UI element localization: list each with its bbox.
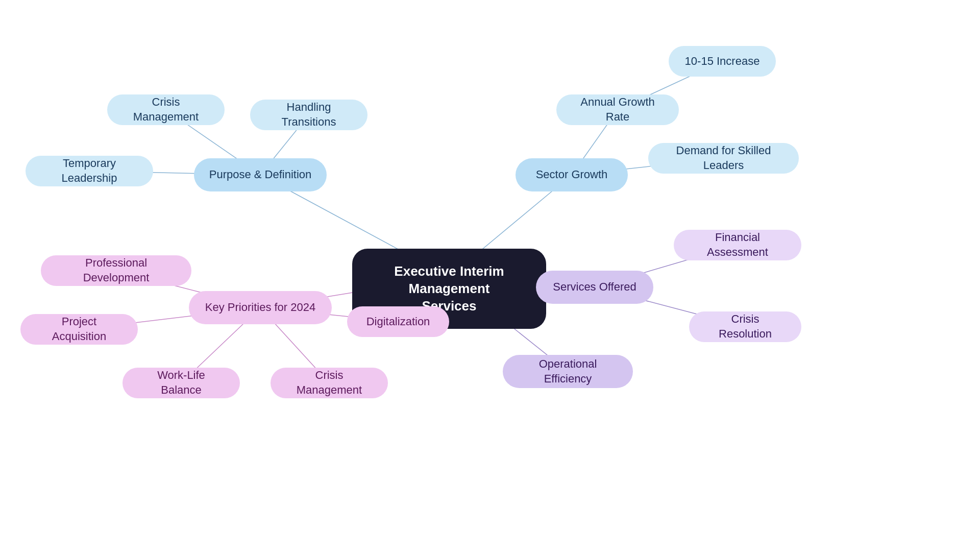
ten-fifteen-increase-label: 10-15 Increase — [685, 54, 760, 69]
crisis-resolution-label: Crisis Resolution — [703, 312, 787, 341]
crisis-management-top-node: Crisis Management — [107, 94, 225, 125]
operational-efficiency-label: Operational Efficiency — [517, 357, 619, 386]
digitalization-node: Digitalization — [347, 306, 449, 337]
professional-development-label: Professional Development — [55, 256, 177, 285]
demand-skilled-leaders-node: Demand for Skilled Leaders — [648, 143, 799, 174]
crisis-management-bottom-node: Crisis Management — [271, 368, 388, 398]
key-priorities-node: Key Priorities for 2024 — [189, 291, 332, 324]
services-offered-label: Services Offered — [553, 280, 636, 295]
demand-skilled-leaders-label: Demand for Skilled Leaders — [663, 143, 785, 173]
project-acquisition-label: Project Acquisition — [35, 315, 124, 344]
sector-growth-label: Sector Growth — [536, 167, 608, 182]
ten-fifteen-increase-node: 10-15 Increase — [669, 46, 776, 77]
financial-assessment-node: Financial Assessment — [674, 230, 801, 260]
digitalization-label: Digitalization — [366, 315, 430, 329]
financial-assessment-label: Financial Assessment — [688, 230, 787, 259]
project-acquisition-node: Project Acquisition — [20, 314, 138, 345]
handling-transitions-label: Handling Transitions — [264, 100, 353, 129]
annual-growth-rate-node: Annual Growth Rate — [556, 94, 679, 125]
work-life-balance-label: Work-Life Balance — [137, 368, 226, 397]
operational-efficiency-node: Operational Efficiency — [503, 355, 633, 388]
services-offered-node: Services Offered — [536, 271, 653, 304]
temporary-leadership-label: Temporary Leadership — [40, 156, 139, 185]
professional-development-node: Professional Development — [41, 255, 191, 286]
crisis-resolution-node: Crisis Resolution — [689, 311, 801, 342]
purpose-definition-label: Purpose & Definition — [209, 167, 312, 182]
temporary-leadership-node: Temporary Leadership — [26, 156, 153, 186]
sector-growth-node: Sector Growth — [516, 158, 628, 191]
annual-growth-rate-label: Annual Growth Rate — [571, 95, 665, 124]
key-priorities-label: Key Priorities for 2024 — [205, 300, 315, 315]
work-life-balance-node: Work-Life Balance — [122, 368, 240, 398]
purpose-definition-node: Purpose & Definition — [194, 158, 327, 191]
crisis-management-bottom-label: Crisis Management — [285, 368, 374, 397]
handling-transitions-node: Handling Transitions — [250, 100, 368, 130]
crisis-management-top-label: Crisis Management — [121, 95, 210, 124]
